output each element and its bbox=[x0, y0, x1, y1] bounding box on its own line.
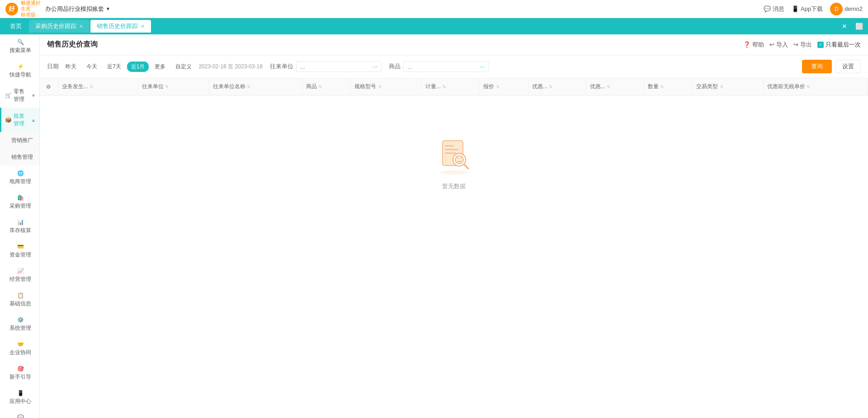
svg-point-0 bbox=[440, 170, 467, 175]
tab-bar-actions: ✕ ⬜ bbox=[839, 21, 864, 32]
import-action[interactable]: ↩ 导入 bbox=[769, 41, 788, 49]
help-icon: ❓ bbox=[743, 41, 750, 48]
col-quote[interactable]: 报价 ⇅ bbox=[480, 78, 528, 95]
wechat-icon: 💬 bbox=[17, 414, 24, 418]
sidebar-item-ecommerce[interactable]: 🌐 电商管理 bbox=[0, 166, 39, 190]
col-pretax-price[interactable]: 优惠前无税单价 ⇅ bbox=[764, 78, 868, 95]
date-btn-1month[interactable]: 近1月 bbox=[127, 62, 149, 72]
tab-sales-close[interactable]: ✕ bbox=[141, 24, 145, 29]
import-icon: ↩ bbox=[769, 41, 774, 48]
goods-input-wrapper[interactable]: ··· bbox=[403, 61, 489, 72]
sidebar-item-quicknav[interactable]: ⚡ 快捷导航 bbox=[0, 59, 39, 83]
purchase-icon: 🛍️ bbox=[17, 195, 24, 201]
sidebar-item-finance[interactable]: 💳 资金管理 bbox=[0, 239, 39, 263]
tab-home[interactable]: 首页 bbox=[4, 20, 28, 33]
logo-icon: 好 bbox=[5, 3, 18, 15]
tab-close-all[interactable]: ✕ bbox=[839, 21, 850, 32]
inventory-icon: 📊 bbox=[17, 219, 24, 225]
avatar: D bbox=[830, 3, 843, 15]
partner-label: 往来单位 bbox=[270, 62, 293, 71]
only-last-checkbox-label[interactable]: ✓ 只看最后一次 bbox=[817, 41, 861, 49]
col-unit[interactable]: 计量... ⇅ bbox=[422, 78, 480, 95]
col-biz-date[interactable]: 业务发生... ⇅ bbox=[58, 78, 138, 95]
sidebar-item-retail[interactable]: 🛒 零售管理 ▼ bbox=[0, 83, 39, 108]
filter-bar: 日期 昨天 今天 近7天 近1月 更多 自定义 2023-02-18 至 202… bbox=[40, 55, 868, 78]
sidebar-item-sales-mgmt[interactable]: 销售管理 bbox=[0, 149, 39, 166]
sidebar-item-wechat[interactable]: 💬 企业微信 bbox=[0, 410, 39, 418]
date-btn-today[interactable]: 今天 bbox=[82, 62, 101, 72]
col-quantity[interactable]: 数量 ⇅ bbox=[644, 78, 693, 95]
message-action[interactable]: 💬 消息 bbox=[764, 5, 784, 13]
col-partner-name[interactable]: 往来单位名称 ⇅ bbox=[209, 78, 302, 95]
logo-text: 畅捷通好生意 标准版 bbox=[21, 0, 42, 18]
date-btn-yesterday[interactable]: 昨天 bbox=[61, 62, 80, 72]
empty-illustration bbox=[431, 132, 476, 177]
col-goods[interactable]: 商品 ⇅ bbox=[302, 78, 351, 95]
sidebar-item-appcenter[interactable]: 📱 应用中心 bbox=[0, 385, 39, 410]
sidebar-item-baseinfo[interactable]: 📋 基础信息 bbox=[0, 288, 39, 312]
partner-filter-group: 往来单位 ··· bbox=[270, 61, 382, 72]
empty-state: 暂无数据 bbox=[40, 95, 868, 227]
col-trade-type[interactable]: 交易类型 ⇅ bbox=[693, 78, 764, 95]
sidebar-item-search[interactable]: 🔍 搜索菜单 bbox=[0, 34, 39, 59]
baseinfo-icon: 📋 bbox=[17, 292, 24, 299]
sidebar-item-purchase[interactable]: 🛍️ 采购管理 bbox=[0, 190, 39, 214]
tab-sales-history[interactable]: 销售历史价跟踪 ✕ bbox=[90, 20, 151, 33]
page-header-actions: ❓ 帮助 ↩ 导入 ↪ 导出 ✓ 只看最后一次 bbox=[743, 41, 861, 54]
appcenter-icon: 📱 bbox=[17, 390, 24, 396]
date-btn-custom[interactable]: 自定义 bbox=[171, 62, 196, 72]
col-partner-code[interactable]: 往来单位 ⇅ bbox=[138, 78, 209, 95]
help-action[interactable]: ❓ 帮助 bbox=[743, 41, 764, 49]
col-discount2[interactable]: 优惠... ⇅ bbox=[586, 78, 644, 95]
app-download-action[interactable]: 📱 App下载 bbox=[792, 5, 823, 13]
sidebar-item-system[interactable]: ⚙️ 系统管理 bbox=[0, 312, 39, 337]
export-action[interactable]: ↪ 导出 bbox=[793, 41, 812, 49]
enterprise-icon: 🤝 bbox=[17, 341, 24, 347]
main-content: 销售历史价查询 ❓ 帮助 ↩ 导入 ↪ 导出 ✓ 只看最后一次 bbox=[40, 34, 868, 418]
goods-label: 商品 bbox=[389, 62, 401, 71]
settings-button[interactable]: 设置 bbox=[835, 60, 861, 73]
table-header-row: ⚙ 业务发生... ⇅ 往来单位 ⇅ 往来单位名称 ⇅ 商品 ⇅ 规格型号 ⇅ … bbox=[40, 78, 868, 95]
layout: 🔍 搜索菜单 ⚡ 快捷导航 🛒 零售管理 ▼ 📦 批发管理 ▲ 营销推广 销售管… bbox=[0, 34, 868, 418]
tab-bar: 首页 采购历史价跟踪 ✕ 销售历史价跟踪 ✕ ✕ ⬜ bbox=[0, 18, 868, 34]
app-icon: 📱 bbox=[792, 5, 799, 12]
page-header: 销售历史价查询 ❓ 帮助 ↩ 导入 ↪ 导出 ✓ 只看最后一次 bbox=[40, 34, 868, 55]
search-icon: 🔍 bbox=[17, 39, 24, 45]
partner-select-icon[interactable]: ··· bbox=[373, 63, 378, 70]
wholesale-expand-icon: ▲ bbox=[31, 118, 36, 123]
data-table: ⚙ 业务发生... ⇅ 往来单位 ⇅ 往来单位名称 ⇅ 商品 ⇅ 规格型号 ⇅ … bbox=[40, 78, 868, 227]
tab-purchase-close[interactable]: ✕ bbox=[79, 24, 83, 29]
sidebar-item-wholesale[interactable]: 📦 批发管理 ▲ bbox=[0, 108, 39, 132]
retail-icon: 🛒 bbox=[5, 92, 12, 99]
tab-maximize[interactable]: ⬜ bbox=[854, 21, 864, 32]
svg-point-8 bbox=[457, 157, 458, 159]
user-profile[interactable]: D demo2 bbox=[830, 3, 863, 15]
goods-input[interactable] bbox=[407, 63, 480, 70]
goods-select-icon[interactable]: ··· bbox=[480, 63, 485, 70]
top-bar: 好 畅捷通好生意 标准版 办公用品行业模拟账套 ▼ 💬 消息 📱 App下载 D… bbox=[0, 0, 868, 18]
svg-point-6 bbox=[455, 156, 463, 164]
export-icon: ↪ bbox=[793, 41, 798, 48]
date-buttons: 昨天 今天 近7天 近1月 更多 自定义 bbox=[61, 62, 196, 72]
sidebar-item-inventory[interactable]: 📊 库存核算 bbox=[0, 214, 39, 239]
col-spec[interactable]: 规格型号 ⇅ bbox=[351, 78, 422, 95]
sidebar-item-enterprise[interactable]: 🤝 企业协同 bbox=[0, 337, 39, 361]
svg-rect-4 bbox=[445, 152, 456, 154]
date-btn-7days[interactable]: 近7天 bbox=[103, 62, 125, 72]
quicknav-icon: ⚡ bbox=[17, 63, 24, 70]
sidebar-item-marketing[interactable]: 营销推广 bbox=[0, 132, 39, 149]
col-discount1[interactable]: 优惠... ⇅ bbox=[528, 78, 586, 95]
query-button[interactable]: 查询 bbox=[802, 60, 832, 73]
empty-state-row: 暂无数据 bbox=[40, 95, 868, 227]
sidebar-sub-wholesale: 营销推广 销售管理 bbox=[0, 132, 39, 166]
sidebar-item-operations[interactable]: 📈 经营管理 bbox=[0, 263, 39, 288]
svg-line-7 bbox=[464, 164, 468, 169]
date-btn-more[interactable]: 更多 bbox=[151, 62, 170, 72]
only-last-checkbox[interactable]: ✓ bbox=[817, 42, 824, 48]
col-settings[interactable]: ⚙ bbox=[40, 78, 58, 95]
app-selector[interactable]: 办公用品行业模拟账套 ▼ bbox=[45, 5, 760, 13]
partner-input-wrapper[interactable]: ··· bbox=[296, 61, 382, 72]
sidebar-item-guide[interactable]: 🎯 新手引导 bbox=[0, 361, 39, 385]
partner-input[interactable] bbox=[300, 63, 373, 70]
tab-purchase-history[interactable]: 采购历史价跟踪 ✕ bbox=[29, 20, 90, 33]
